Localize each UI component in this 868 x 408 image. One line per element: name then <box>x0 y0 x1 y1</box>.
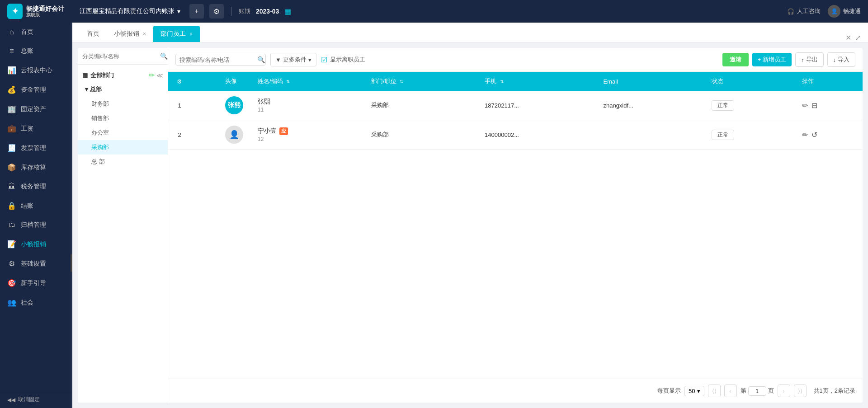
page-next-btn[interactable]: › <box>778 385 790 397</box>
invite-button[interactable]: 邀请 <box>722 53 749 66</box>
calendar-icon[interactable]: ▦ <box>284 7 291 16</box>
row1-name-code: 张熙 11 <box>258 98 357 113</box>
per-page-label: 每页显示 <box>657 387 681 395</box>
dept-item-finance[interactable]: 财务部 <box>78 97 168 111</box>
tabs-bar: 首页 小畅报销 × 部门员工 × ✕ ⤢ <box>72 23 868 42</box>
sidebar-item-closing[interactable]: 🔒 结账 <box>0 196 72 216</box>
sidebar-item-invoice[interactable]: 🧾 发票管理 <box>0 138 72 158</box>
dept-purchase-label: 采购部 <box>91 144 109 150</box>
sidebar-item-assets[interactable]: 🏢 固定资产 <box>0 99 72 119</box>
layout: ⌂ 首页 ≡ 总账 📊 云报表中心 💰 资金管理 🏢 固定资产 💼 工资 <box>0 23 868 408</box>
row1-phone: 187202117... <box>477 91 596 120</box>
sidebar-item-expense[interactable]: 📝 小畅报销 <box>0 234 72 254</box>
topbar-divider <box>231 7 231 16</box>
tab-home[interactable]: 首页 <box>80 26 107 42</box>
page-prev-btn[interactable]: ‹ <box>724 385 737 397</box>
import-label: 导入 <box>838 56 849 64</box>
row2-name: 宁小壹 <box>258 127 277 135</box>
sidebar-item-reports[interactable]: 📊 云报表中心 <box>0 61 72 80</box>
app-name: 畅捷通好会计 <box>26 5 64 13</box>
guide-icon: 🎯 <box>7 279 16 287</box>
sidebar-item-tax[interactable]: 🏛 税务管理 <box>0 177 72 196</box>
tab-expense-close[interactable]: × <box>143 31 146 37</box>
dept-collapse-icon[interactable]: ≪ <box>156 72 163 79</box>
dept-search-input[interactable] <box>82 53 158 60</box>
row2-badge: 应 <box>279 127 288 135</box>
dept-item-sales[interactable]: 销售部 <box>78 111 168 126</box>
sidebar-item-settings[interactable]: ⚙ 基础设置 <box>0 254 72 273</box>
row2-dept: 采购部 <box>364 120 477 150</box>
col-dept[interactable]: 部门/职位 ⇅ <box>364 72 477 91</box>
dept-all-left: ▦ 全部部门 <box>82 71 114 80</box>
dept-item-purchase[interactable]: 采购部 <box>78 140 168 155</box>
dept-edit-icon[interactable]: ✏ <box>149 71 155 80</box>
row2-status: 正常 <box>704 120 795 150</box>
employee-search-input[interactable] <box>179 56 255 63</box>
sidebar-item-payroll[interactable]: 💼 工资 <box>0 119 72 138</box>
filter-dropdown-icon: ▾ <box>308 56 311 63</box>
status-badge-2: 正常 <box>712 130 734 140</box>
tab-expand[interactable]: ⤢ <box>855 33 861 42</box>
col-email: Email <box>596 72 704 91</box>
row2-name-with-badge: 宁小壹 应 <box>258 127 357 135</box>
sidebar-item-label: 固定资产 <box>21 105 46 113</box>
sidebar-item-label: 结账 <box>21 202 33 210</box>
tab-dept-employee[interactable]: 部门员工 × <box>153 26 200 42</box>
dept-all-header[interactable]: ▦ 全部部门 ✏ ≪ <box>78 68 168 82</box>
sidebar-item-archive[interactable]: 🗂 归档管理 <box>0 216 72 234</box>
col-settings[interactable]: ⚙ <box>168 72 191 91</box>
add-button[interactable]: + <box>189 4 204 19</box>
settings-button[interactable]: ⚙ <box>209 4 224 19</box>
row1-edit-btn[interactable]: ✏ <box>802 101 808 110</box>
user-info[interactable]: 👤 畅捷通 <box>828 5 861 18</box>
avatar-circle-1: 张熙 <box>225 96 243 114</box>
per-page-select[interactable]: 50 ▾ <box>684 386 704 396</box>
dept-search-icon[interactable]: 🔍 <box>160 52 168 60</box>
service-button[interactable]: 🎧 人工咨询 <box>787 7 821 15</box>
cancel-pin-button[interactable]: ◀◀ 取消固定 <box>0 391 72 408</box>
dept-finance-label: 财务部 <box>91 100 109 107</box>
tab-close-all[interactable]: ✕ <box>845 33 851 42</box>
tab-expense[interactable]: 小畅报销 × <box>107 26 153 42</box>
dept-item-general-hq[interactable]: 总 部 <box>78 155 168 169</box>
row1-status: 正常 <box>704 91 795 120</box>
row2-code: 12 <box>258 136 357 142</box>
dept-item-hq-parent[interactable]: ▾ 总部 <box>78 82 168 97</box>
row1-avatar: 张熙 <box>218 91 250 120</box>
row1-logout-btn[interactable]: ⊟ <box>811 101 817 110</box>
sidebar-item-label: 发票管理 <box>21 144 46 152</box>
col-name[interactable]: 姓名/编码 ⇅ <box>250 72 364 91</box>
row1-actions: ✏ ⊟ <box>795 91 863 120</box>
dept-item-office[interactable]: 办公室 <box>78 126 168 140</box>
filter-button[interactable]: ▼ 更多条件 ▾ <box>270 53 316 66</box>
company-selector[interactable]: 江西服宝精品有限责任公司内账张 ▾ <box>76 5 184 17</box>
headset-icon: 🎧 <box>787 8 794 15</box>
page-last-btn[interactable]: ⟩⟩ <box>794 385 807 397</box>
row1-num2 <box>191 91 218 120</box>
sidebar-item-home[interactable]: ⌂ 首页 <box>0 23 72 42</box>
import-icon: ↓ <box>833 56 836 63</box>
checkbox-icon: ☑ <box>321 56 327 64</box>
sidebar-item-funds[interactable]: 💰 资金管理 <box>0 80 72 99</box>
sidebar-item-ledger[interactable]: ≡ 总账 <box>0 42 72 61</box>
page-first-btn[interactable]: ⟨⟨ <box>708 385 721 397</box>
sidebar-item-guide[interactable]: 🎯 新手引导 <box>0 273 72 293</box>
page-input[interactable] <box>748 386 766 396</box>
main: 首页 小畅报销 × 部门员工 × ✕ ⤢ 🔍 <box>72 23 868 408</box>
col-phone[interactable]: 手机 ⇅ <box>477 72 596 91</box>
import-button[interactable]: ↓ 导入 <box>827 52 856 67</box>
app-logo: ✦ 畅捷通好会计 旗舰版 <box>7 4 71 19</box>
sidebar-item-label: 税务管理 <box>21 183 46 191</box>
add-employee-button[interactable]: + 新增员工 <box>752 53 792 66</box>
sidebar-item-more[interactable]: 👥 社会 <box>0 293 72 312</box>
row1-num: 1 <box>168 91 191 120</box>
row2-delete-btn[interactable]: ↺ <box>811 131 817 139</box>
row2-edit-btn[interactable]: ✏ <box>802 131 808 139</box>
employee-search-icon[interactable]: 🔍 <box>257 56 265 63</box>
sidebar-item-inventory[interactable]: 📦 库存核算 <box>0 158 72 177</box>
row2-name-cell: 宁小壹 应 12 <box>250 120 364 150</box>
show-resigned-checkbox[interactable]: ☑ 显示离职员工 <box>321 56 365 64</box>
export-button[interactable]: ↑ 导出 <box>795 52 824 67</box>
reports-icon: 📊 <box>7 66 16 75</box>
tab-dept-employee-close[interactable]: × <box>189 31 193 37</box>
